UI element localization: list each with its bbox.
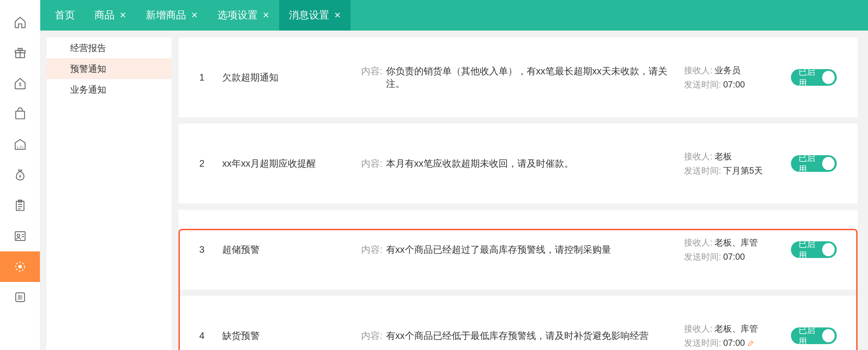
subnav-label: 预警通知 — [70, 63, 106, 75]
edit-icon[interactable] — [747, 339, 755, 347]
toggle-label: 已启用 — [799, 239, 822, 261]
close-icon[interactable]: ✕ — [262, 11, 269, 19]
subnav-label: 业务通知 — [70, 84, 106, 96]
recipient-value: 老板、库管 — [715, 322, 758, 336]
sidebar-item-gift[interactable] — [0, 38, 40, 68]
recipient-value: 老板、库管 — [715, 235, 758, 250]
new-icon: 新 — [14, 291, 27, 304]
svg-text:新: 新 — [17, 294, 23, 300]
sidebar: $ ¥ 新 — [0, 0, 40, 350]
card-title: xx年xx月超期应收提醒 — [222, 157, 361, 170]
tab-products[interactable]: 商品 ✕ — [85, 0, 136, 31]
notification-card: 3超储预警内容:有xx个商品已经超过了最高库存预警线，请控制采购量接收人: 老板… — [178, 210, 858, 290]
toggle-label: 已启用 — [799, 152, 822, 175]
enable-toggle[interactable]: 已启用 — [791, 155, 837, 172]
recipient-label: 接收人: — [684, 235, 712, 250]
sidebar-item-shop[interactable] — [0, 99, 40, 129]
toggle-knob — [822, 157, 835, 170]
bag-icon — [14, 107, 27, 120]
sendtime-label: 发送时间: — [684, 336, 721, 350]
tab-label: 选项设置 — [217, 8, 258, 22]
svg-text:$: $ — [19, 82, 22, 87]
recipient-label: 接收人: — [684, 322, 712, 336]
tab-label: 首页 — [55, 8, 75, 22]
svg-point-10 — [19, 265, 22, 268]
svg-rect-3 — [16, 111, 24, 119]
sidebar-item-settings[interactable] — [0, 251, 40, 282]
subnav: 经营报告 预警通知 业务通知 — [47, 38, 172, 350]
sendtime-label: 发送时间: — [684, 250, 721, 264]
card-title: 超储预警 — [222, 243, 361, 256]
sidebar-item-contact[interactable] — [0, 221, 40, 251]
sidebar-item-clipboard[interactable] — [0, 190, 40, 221]
subnav-item-report[interactable]: 经营报告 — [47, 38, 172, 58]
contact-icon — [14, 230, 27, 243]
tab-message-settings[interactable]: 消息设置 ✕ — [279, 0, 351, 31]
enable-toggle[interactable]: 已启用 — [791, 69, 837, 86]
toggle-knob — [822, 71, 835, 84]
tab-home[interactable]: 首页 — [45, 0, 85, 31]
sendtime-value: 07:00 — [723, 336, 745, 350]
sidebar-item-new[interactable]: 新 — [0, 282, 40, 312]
subnav-item-alert[interactable]: 预警通知 — [47, 58, 172, 79]
tab-new-product[interactable]: 新增商品 ✕ — [136, 0, 208, 31]
content-text: 你负责的销货单（其他收入单），有xx笔最长超期xx天未收款，请关注。 — [386, 65, 684, 90]
sidebar-item-price[interactable]: $ — [0, 68, 40, 99]
content-text: 有xx个商品已经超过了最高库存预警线，请控制采购量 — [386, 243, 611, 256]
card-content: 内容:你负责的销货单（其他收入单），有xx笔最长超期xx天未收款，请关注。 — [361, 65, 684, 90]
content-text: 本月有xx笔应收款超期未收回，请及时催款。 — [386, 157, 574, 170]
card-number: 4 — [199, 331, 222, 341]
enable-toggle[interactable]: 已启用 — [791, 241, 837, 258]
card-content: 内容:本月有xx笔应收款超期未收回，请及时催款。 — [361, 157, 684, 170]
gift-icon — [14, 46, 27, 59]
toggle-knob — [822, 329, 835, 342]
subnav-item-business[interactable]: 业务通知 — [47, 79, 172, 100]
sendtime-value: 下月第5天 — [723, 164, 763, 178]
subnav-label: 经营报告 — [70, 42, 106, 54]
svg-text:¥: ¥ — [18, 174, 22, 179]
sendtime-label: 发送时间: — [684, 77, 721, 92]
tab-label: 商品 — [94, 8, 115, 22]
close-icon[interactable]: ✕ — [119, 11, 126, 19]
close-icon[interactable]: ✕ — [191, 11, 198, 19]
card-number: 1 — [199, 72, 222, 83]
card-number: 3 — [199, 244, 222, 255]
sidebar-item-home[interactable] — [0, 7, 40, 38]
content-label: 内容: — [361, 157, 383, 170]
content-label: 内容: — [361, 330, 383, 342]
notification-card: 4缺货预警内容:有xx个商品已经低于最低库存预警线，请及时补货避免影响经营接收人… — [178, 296, 858, 350]
enable-toggle[interactable]: 已启用 — [791, 327, 837, 344]
toggle-label: 已启用 — [799, 325, 822, 347]
sendtime-value: 07:00 — [723, 250, 745, 264]
tabbar: 首页 商品 ✕ 新增商品 ✕ 选项设置 ✕ 消息设置 ✕ — [40, 0, 868, 31]
card-content: 内容:有xx个商品已经超过了最高库存预警线，请控制采购量 — [361, 243, 684, 256]
sidebar-item-warehouse[interactable] — [0, 129, 40, 160]
moneybag-icon: ¥ — [14, 168, 27, 182]
clipboard-icon — [14, 199, 27, 212]
notification-card: 1欠款超期通知内容:你负责的销货单（其他收入单），有xx笔最长超期xx天未收款，… — [178, 38, 858, 117]
toggle-knob — [822, 243, 835, 256]
card-number: 2 — [199, 158, 222, 169]
content-label: 内容: — [361, 65, 383, 90]
svg-point-8 — [17, 234, 20, 237]
sendtime-label: 发送时间: — [684, 164, 721, 178]
card-title: 缺货预警 — [222, 330, 361, 342]
notification-list: 1欠款超期通知内容:你负责的销货单（其他收入单），有xx笔最长超期xx天未收款，… — [178, 38, 868, 350]
card-meta: 接收人: 老板、库管发送时间: 07:00 — [684, 235, 778, 264]
sidebar-item-money[interactable]: ¥ — [0, 160, 40, 190]
recipient-value: 老板 — [715, 149, 732, 164]
recipient-label: 接收人: — [684, 63, 712, 77]
home-icon — [14, 16, 27, 29]
tab-option-settings[interactable]: 选项设置 ✕ — [208, 0, 279, 31]
sendtime-value: 07:00 — [723, 77, 745, 92]
content-label: 内容: — [361, 243, 383, 256]
card-meta: 接收人: 老板、库管发送时间: 07:00 — [684, 322, 778, 350]
tab-label: 新增商品 — [146, 8, 186, 22]
warehouse-icon — [14, 138, 27, 151]
recipient-value: 业务员 — [715, 63, 741, 77]
settings-icon — [14, 260, 27, 273]
close-icon[interactable]: ✕ — [334, 11, 341, 19]
card-meta: 接收人: 业务员发送时间: 07:00 — [684, 63, 778, 92]
tab-label: 消息设置 — [289, 8, 329, 22]
house-money-icon: $ — [14, 77, 27, 90]
